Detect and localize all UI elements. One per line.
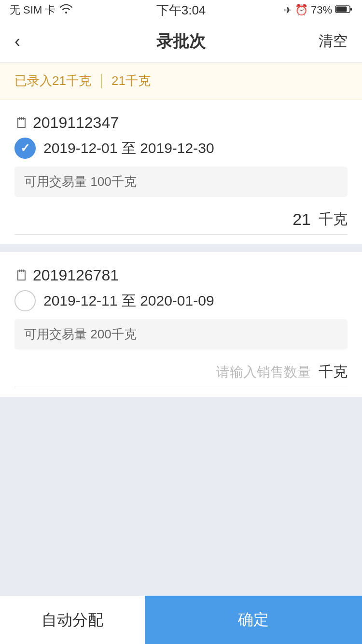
clear-button[interactable]: 清空 — [319, 31, 348, 51]
date-range-1: 2019-12-01 至 2019-12-30 — [43, 139, 214, 158]
back-button[interactable]: ‹ — [14, 31, 43, 52]
page-title: 录批次 — [156, 30, 206, 53]
card-divider — [0, 244, 362, 252]
radio-check-icon-1: ✓ — [20, 141, 30, 155]
quantity-unit-1: 千克 — [319, 210, 348, 229]
wifi-icon — [59, 4, 73, 16]
nav-bar: ‹ 录批次 清空 — [0, 20, 362, 63]
status-bar: 无 SIM 卡 下午3:04 ✈ ⏰ 73% — [0, 0, 362, 20]
carrier-text: 无 SIM 卡 — [10, 3, 56, 17]
amount-value: 21千克 — [111, 72, 151, 89]
quantity-placeholder-2[interactable]: 请输入销售数量 — [216, 363, 311, 381]
status-bar-left: 无 SIM 卡 — [10, 3, 73, 17]
batch-id-1: 2019112347 — [33, 114, 119, 132]
alarm-icon: ⏰ — [295, 4, 308, 16]
quantity-unit-2: 千克 — [319, 362, 348, 382]
status-bar-time: 下午3:04 — [156, 2, 206, 19]
battery-percentage: 73% — [311, 4, 332, 16]
svg-rect-1 — [336, 7, 347, 12]
radio-button-1[interactable]: ✓ — [14, 138, 36, 159]
radio-button-2[interactable] — [14, 290, 36, 311]
location-icon: ✈ — [284, 4, 292, 16]
batch-icon-1: 🗒 — [14, 115, 29, 131]
batch-card-2: 🗒 2019126781 2019-12-11 至 2020-01-09 可用交… — [0, 252, 362, 397]
status-bar-right: ✈ ⏰ 73% — [284, 4, 352, 16]
recorded-amount: 已录入21千克 — [14, 72, 91, 89]
svg-rect-2 — [350, 8, 352, 11]
batch-date-row-1[interactable]: ✓ 2019-12-01 至 2019-12-30 — [14, 138, 348, 159]
quantity-value-1: 21 — [292, 210, 311, 229]
batch-id-2: 2019126781 — [33, 266, 119, 284]
quantity-row-1: 21 千克 — [14, 205, 348, 235]
battery-icon — [335, 4, 352, 16]
quantity-row-2[interactable]: 请输入销售数量 千克 — [14, 357, 348, 387]
auto-distribute-button[interactable]: 自动分配 — [0, 596, 145, 644]
batch-date-row-2[interactable]: 2019-12-11 至 2020-01-09 — [14, 290, 348, 311]
batch-id-row-1: 🗒 2019112347 — [14, 114, 348, 132]
banner-divider — [101, 74, 102, 88]
confirm-button[interactable]: 确定 — [145, 596, 362, 644]
info-banner: 已录入21千克 21千克 — [0, 63, 362, 99]
batch-id-row-2: 🗒 2019126781 — [14, 266, 348, 284]
available-qty-1: 可用交易量 100千克 — [14, 167, 348, 197]
batch-icon-2: 🗒 — [14, 267, 29, 284]
date-range-2: 2019-12-11 至 2020-01-09 — [43, 291, 214, 311]
available-qty-2: 可用交易量 200千克 — [14, 319, 348, 350]
bottom-buttons: 自动分配 确定 — [0, 596, 362, 644]
batch-card-1: 🗒 2019112347 ✓ 2019-12-01 至 2019-12-30 可… — [0, 99, 362, 244]
